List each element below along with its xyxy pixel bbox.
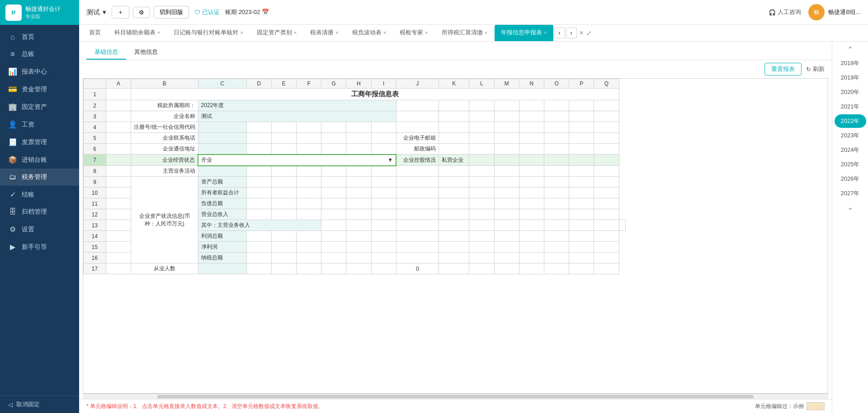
year-2018[interactable]: 2018年 xyxy=(835,56,866,70)
year-2025[interactable]: 2025年 xyxy=(835,158,866,171)
cell-5-g[interactable] xyxy=(321,133,346,144)
cell-9-f[interactable] xyxy=(296,177,321,188)
cell-7-k[interactable]: 私营企业 xyxy=(439,155,469,166)
cell-9-b[interactable]: 企业资产状况信息(币种：人民币万元) xyxy=(131,177,198,263)
cell-5-k[interactable] xyxy=(439,133,469,144)
cell-7-m[interactable] xyxy=(494,155,519,166)
cell-17-f[interactable] xyxy=(296,263,321,274)
sidebar-item-fixed[interactable]: 🏢 固定资产 xyxy=(0,98,79,116)
cell-4-d[interactable] xyxy=(246,122,271,133)
cell-12-n[interactable] xyxy=(519,209,544,220)
cell-5-n[interactable] xyxy=(519,133,544,144)
cell-14-l[interactable] xyxy=(469,231,494,242)
cell-6-g[interactable] xyxy=(321,144,346,155)
horizontal-scrollbar[interactable] xyxy=(83,394,828,399)
cell-8-p[interactable] xyxy=(569,166,594,177)
cell-10-j[interactable] xyxy=(396,188,439,198)
cell-13-f[interactable] xyxy=(321,220,346,231)
cell-12-j[interactable] xyxy=(396,209,439,220)
cell-6-m[interactable] xyxy=(494,144,519,155)
cell-14-j[interactable] xyxy=(396,231,439,242)
cell-2-n[interactable] xyxy=(519,100,544,111)
cell-7-a[interactable] xyxy=(106,155,131,166)
cell-11-m[interactable] xyxy=(494,198,519,209)
cell-12-d[interactable] xyxy=(246,209,271,220)
cell-17-d[interactable] xyxy=(246,263,271,274)
cell-17-e[interactable] xyxy=(271,263,296,274)
col-header-c[interactable]: C xyxy=(198,79,246,89)
sidebar-item-tax[interactable]: 🗂 税务管理 xyxy=(0,169,79,186)
sub-tab-other[interactable]: 其他信息 xyxy=(126,45,166,60)
cell-4-a[interactable] xyxy=(106,122,131,133)
cell-13-o[interactable] xyxy=(569,220,594,231)
col-header-h[interactable]: H xyxy=(346,79,371,89)
cell-17-q[interactable] xyxy=(594,263,619,274)
cell-12-f[interactable] xyxy=(296,209,321,220)
cell-5-h[interactable] xyxy=(346,133,371,144)
cell-9-g[interactable] xyxy=(321,177,346,188)
cell-10-a[interactable] xyxy=(106,188,131,198)
cell-11-c[interactable]: 负债总额 xyxy=(198,198,246,209)
cell-11-n[interactable] xyxy=(519,198,544,209)
cell-4-j[interactable] xyxy=(396,122,439,133)
cell-7-c[interactable]: 开业 ▼ xyxy=(198,155,396,166)
cell-8-a[interactable] xyxy=(106,166,131,177)
cell-7-n[interactable] xyxy=(519,155,544,166)
cell-2-c[interactable]: 2022年度 xyxy=(198,100,396,111)
cell-10-k[interactable] xyxy=(439,188,469,198)
col-header-b[interactable]: B xyxy=(131,79,198,89)
cell-14-c[interactable]: 利润总额 xyxy=(198,231,246,242)
cell-6-a[interactable] xyxy=(106,144,131,155)
cell-16-k[interactable] xyxy=(439,253,469,263)
cell-5-i[interactable] xyxy=(371,133,396,144)
cell-13-k[interactable] xyxy=(469,220,494,231)
cell-13-n[interactable] xyxy=(544,220,569,231)
cell-2-m[interactable] xyxy=(494,100,519,111)
cell-8-h[interactable] xyxy=(346,166,371,177)
cell-10-f[interactable] xyxy=(296,188,321,198)
tab-fixed-asset[interactable]: 固定资产类别 × xyxy=(250,25,303,41)
cell-6-e[interactable] xyxy=(271,144,296,155)
cell-4-n[interactable] xyxy=(519,122,544,133)
tab-home[interactable]: 首页 xyxy=(83,25,107,41)
cell-10-h[interactable] xyxy=(346,188,371,198)
cell-10-d[interactable] xyxy=(246,188,271,198)
cell-9-a[interactable] xyxy=(106,177,131,188)
cell-3-a[interactable] xyxy=(106,111,131,122)
cell-12-o[interactable] xyxy=(544,209,569,220)
cell-16-p[interactable] xyxy=(569,253,594,263)
cell-9-d[interactable] xyxy=(246,177,271,188)
cell-15-l[interactable] xyxy=(469,242,494,253)
cell-15-q[interactable] xyxy=(594,242,619,253)
cell-9-o[interactable] xyxy=(544,177,569,188)
close-icon[interactable]: × xyxy=(294,30,297,35)
year-2026[interactable]: 2026年 xyxy=(835,172,866,186)
cell-17-a[interactable] xyxy=(106,263,131,274)
cell-17-i[interactable] xyxy=(371,263,396,274)
cell-4-k[interactable] xyxy=(439,122,469,133)
cell-8-d[interactable] xyxy=(246,166,271,177)
cell-17-h[interactable] xyxy=(346,263,371,274)
tab-annual-report[interactable]: 年报信息申报表 × xyxy=(495,25,553,41)
cell-13-l[interactable] xyxy=(494,220,519,231)
cell-12-q[interactable] xyxy=(594,209,619,220)
sidebar-item-capital[interactable]: 💳 资金管理 xyxy=(0,80,79,98)
spreadsheet-container[interactable]: A B C D E F G H I J K L M xyxy=(83,78,828,394)
cell-13-j[interactable] xyxy=(439,220,469,231)
cell-3-n[interactable] xyxy=(519,111,544,122)
close-icon[interactable]: × xyxy=(425,30,428,35)
cell-7-l[interactable] xyxy=(469,155,494,166)
cell-16-o[interactable] xyxy=(544,253,569,263)
cell-13-g[interactable] xyxy=(346,220,371,231)
cell-12-k[interactable] xyxy=(439,209,469,220)
cell-4-l[interactable] xyxy=(469,122,494,133)
sidebar-item-home[interactable]: ⌂ 首页 xyxy=(0,28,79,46)
cell-3-l[interactable] xyxy=(469,111,494,122)
cell-12-h[interactable] xyxy=(346,209,371,220)
sidebar-item-ledger[interactable]: ≡ 总账 xyxy=(0,46,79,63)
year-2019[interactable]: 2019年 xyxy=(835,71,866,84)
cell-6-l[interactable] xyxy=(469,144,494,155)
cell-13-h[interactable] xyxy=(371,220,396,231)
cell-5-c[interactable] xyxy=(198,133,246,144)
tab-next-btn[interactable]: › xyxy=(566,28,577,38)
